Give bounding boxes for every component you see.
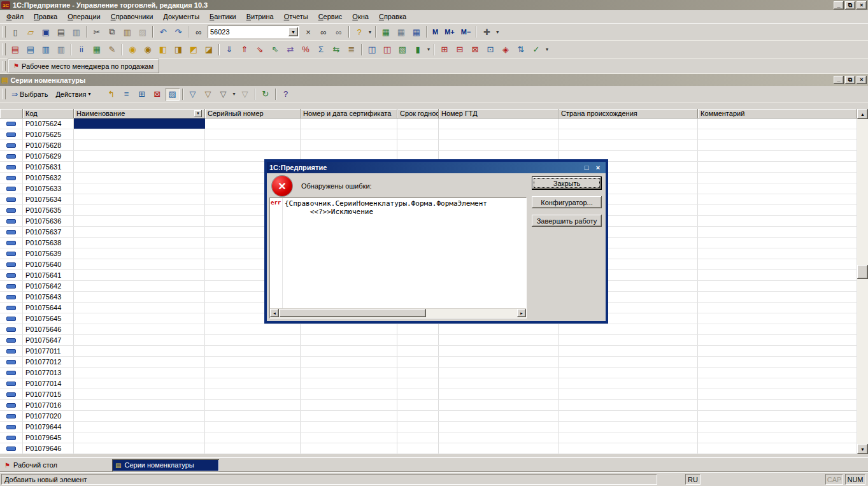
cell-expiry[interactable]	[397, 411, 439, 421]
menu-item[interactable]: Сервис	[313, 11, 348, 22]
copy-icon[interactable]: ⧉	[105, 25, 119, 38]
search-combobox[interactable]: 56023 ▼	[208, 25, 299, 38]
cell-comment[interactable]	[698, 335, 857, 345]
child-restore-button[interactable]: ⧉	[845, 76, 855, 84]
redo-icon[interactable]: ↷	[171, 25, 185, 38]
format-painter-icon[interactable]: ▨	[136, 25, 150, 38]
print-preview-icon[interactable]: ▥	[69, 25, 83, 38]
new-document-icon[interactable]: ▯	[8, 25, 22, 38]
cell-gtd[interactable]	[439, 324, 559, 334]
cell-code[interactable]: P01075629	[23, 151, 74, 161]
cell-expiry[interactable]	[397, 432, 439, 443]
menu-item[interactable]: Документы	[158, 11, 204, 22]
header-name[interactable]: Наименование ▼	[74, 109, 205, 118]
cash-book-icon[interactable]: ◩	[187, 43, 201, 56]
cell-code[interactable]: P01075647	[23, 335, 74, 345]
shutdown-button[interactable]: Завершить работу	[532, 215, 602, 227]
cell-name[interactable]	[74, 324, 205, 334]
cell-country[interactable]	[559, 129, 698, 139]
cell-name[interactable]	[74, 303, 205, 313]
scroll-left-icon[interactable]: ◄	[270, 309, 279, 317]
dropdown-caret-icon[interactable]: ▾	[544, 46, 550, 52]
taskbar-item[interactable]: ⚑ Рабочий стол	[1, 459, 108, 471]
memory-add-button[interactable]: М+	[441, 27, 458, 37]
task-journal-icon[interactable]: ▮	[411, 43, 425, 56]
cell-name[interactable]	[74, 281, 205, 291]
cell-gtd[interactable]	[439, 118, 559, 129]
delete-mark-icon[interactable]: ⊠	[150, 88, 164, 101]
table-row[interactable]: P01077015	[0, 389, 857, 400]
cell-serial[interactable]	[205, 335, 301, 345]
cell-name[interactable]	[74, 411, 205, 421]
header-country[interactable]: Страна происхождения	[559, 109, 698, 118]
print-icon[interactable]: ▤	[54, 25, 68, 38]
cell-country[interactable]	[559, 335, 698, 345]
cell-certificate[interactable]	[301, 368, 397, 378]
cell-code[interactable]: P01079645	[23, 432, 74, 443]
calculator-icon[interactable]: ▦	[409, 25, 423, 38]
close-dialog-button[interactable]: Закрыть	[532, 176, 602, 190]
table-row[interactable]: P01079644	[0, 422, 857, 432]
cell-expiry[interactable]	[397, 335, 439, 345]
cell-serial[interactable]	[205, 422, 301, 432]
cell-expiry[interactable]	[397, 389, 439, 399]
cell-code[interactable]: P01075633	[23, 183, 74, 194]
cell-certificate[interactable]	[301, 335, 397, 345]
cancel-filter-icon[interactable]: ▽	[238, 88, 252, 101]
help-icon[interactable]: ?	[279, 88, 293, 101]
cell-code[interactable]: P01079646	[23, 443, 74, 454]
cell-name[interactable]	[74, 173, 205, 183]
cell-code[interactable]: P01075625	[23, 129, 74, 139]
cell-certificate[interactable]	[301, 389, 397, 399]
cell-comment[interactable]	[698, 162, 857, 172]
cell-name[interactable]	[74, 238, 205, 248]
cell-gtd[interactable]	[439, 443, 559, 454]
cell-comment[interactable]	[698, 270, 857, 280]
header-icon-column[interactable]	[0, 109, 23, 118]
select-button[interactable]: ⇒ Выбрать	[8, 87, 52, 102]
child-minimize-button[interactable]: _	[834, 76, 844, 84]
cell-name[interactable]	[74, 248, 205, 259]
cell-name[interactable]	[74, 216, 205, 226]
refresh-icon[interactable]: ↻	[259, 88, 273, 101]
report-wizard-icon[interactable]: ◈	[499, 43, 513, 56]
filter-by-value-icon[interactable]: ▽	[201, 88, 215, 101]
cell-country[interactable]	[559, 118, 698, 129]
cell-serial[interactable]	[205, 432, 301, 443]
cell-country[interactable]	[559, 411, 698, 421]
cell-gtd[interactable]	[439, 357, 559, 367]
memory-recall-button[interactable]: М	[429, 27, 441, 37]
cell-comment[interactable]	[698, 292, 857, 302]
menu-item[interactable]: Файл	[1, 11, 29, 22]
cell-serial[interactable]	[205, 118, 301, 129]
print-tag-icon[interactable]: ▥	[54, 43, 68, 56]
cell-country[interactable]	[559, 422, 698, 432]
scroll-right-icon[interactable]: ►	[517, 309, 526, 317]
dialog-horizontal-scrollbar[interactable]: ◄ ►	[270, 308, 526, 318]
menu-item[interactable]: Отчеты	[279, 11, 313, 22]
cash-expense-order-icon[interactable]: ◨	[171, 43, 185, 56]
dialog-close-icon[interactable]: ×	[593, 163, 603, 172]
cell-name[interactable]	[74, 194, 205, 204]
menu-item[interactable]: Справочники	[106, 11, 159, 22]
cell-certificate[interactable]	[301, 411, 397, 421]
inventory-icon[interactable]: ≣	[345, 43, 359, 56]
cell-country[interactable]	[559, 443, 698, 454]
cell-comment[interactable]	[698, 259, 857, 269]
error-text-area[interactable]: err {Справочник.СерииНоменклатуры.Форма.…	[269, 197, 527, 318]
open-group-icon[interactable]: ↰	[104, 88, 118, 101]
filter-sort-icon[interactable]: ▽	[186, 88, 200, 101]
cell-name[interactable]	[74, 443, 205, 454]
cell-comment[interactable]	[698, 443, 857, 454]
cell-comment[interactable]	[698, 346, 857, 356]
cell-country[interactable]	[559, 324, 698, 334]
open-icon[interactable]: ▱	[24, 25, 38, 38]
cell-comment[interactable]	[698, 357, 857, 367]
cell-name[interactable]	[74, 292, 205, 302]
retail-return-icon[interactable]: ⊟	[453, 43, 467, 56]
minimize-button[interactable]: _	[834, 1, 844, 10]
cell-name[interactable]	[74, 140, 205, 150]
cell-comment[interactable]	[698, 411, 857, 421]
paste-icon[interactable]: ▥	[120, 25, 134, 38]
purchase-return-icon[interactable]: ⇖	[268, 43, 282, 56]
